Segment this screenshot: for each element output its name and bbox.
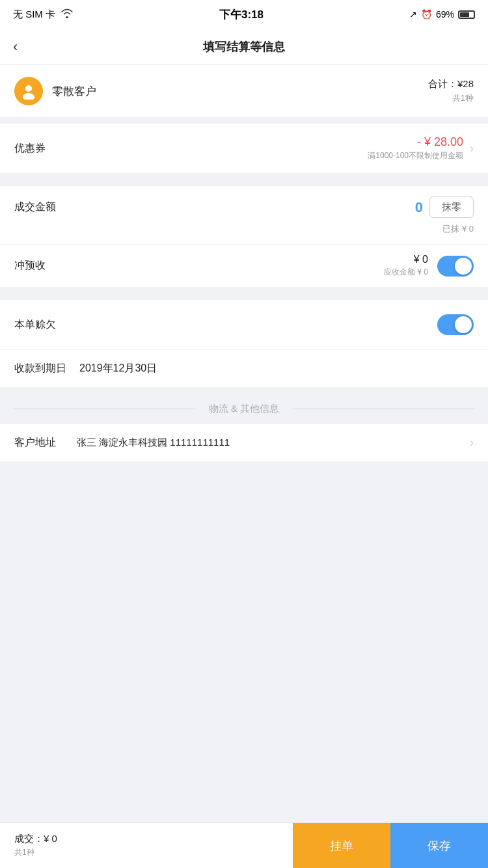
logistics-divider-right (292, 409, 475, 409)
battery-percent: 69% (436, 9, 454, 20)
pending-button[interactable]: 挂单 (293, 823, 390, 868)
coupon-amount: - ¥ 28.00 (368, 135, 463, 149)
customer-right: 合计：¥28 共1种 (428, 78, 474, 104)
avatar (14, 77, 43, 105)
chevron-right-icon: › (470, 142, 474, 156)
customer-section: 零散客户 合计：¥28 共1种 (0, 65, 488, 117)
debt-toggle[interactable] (437, 314, 474, 335)
debt-label: 本单赊欠 (14, 318, 66, 332)
debt-row: 本单赊欠 (0, 300, 488, 349)
transaction-amount-row: 成交金额 0 抹零 (0, 186, 488, 223)
prepay-right: ¥ 0 应收金额 ¥ 0 (384, 254, 474, 278)
prepay-label: 冲预收 (14, 259, 66, 273)
duedate-label: 收款到期日 (14, 362, 66, 375)
bottom-info: 成交：¥ 0 共1种 (0, 823, 293, 868)
logistics-divider-left (13, 409, 196, 409)
address-label: 客户地址 (14, 436, 66, 450)
transaction-value: 0 (415, 199, 423, 216)
bottom-deal-label: 成交： (14, 833, 44, 844)
save-button[interactable]: 保存 (390, 823, 488, 868)
nav-bar: ‹ 填写结算等信息 (0, 29, 488, 65)
transaction-section: 成交金额 0 抹零 已抹 ¥ 0 冲预收 ¥ 0 应收金额 ¥ 0 (0, 186, 488, 287)
page-title: 填写结算等信息 (203, 39, 285, 55)
coupon-row[interactable]: 优惠券 - ¥ 28.00 满1000-100不限制使用金额 › (0, 124, 488, 173)
customer-left: 零散客户 (14, 77, 96, 105)
already-rounded-text: 已抹 ¥ 0 (0, 223, 488, 244)
svg-point-1 (23, 93, 34, 100)
wifi-icon (61, 8, 74, 20)
prepay-sub-amount: 应收金额 ¥ 0 (384, 267, 428, 278)
round-button[interactable]: 抹零 (429, 197, 474, 218)
battery-icon (458, 10, 475, 19)
prepay-row: 冲预收 ¥ 0 应收金额 ¥ 0 (0, 244, 488, 287)
back-button[interactable]: ‹ (13, 40, 18, 54)
content-spacer (0, 468, 488, 598)
alarm-icon: ⏰ (421, 9, 432, 20)
coupon-description: 满1000-100不限制使用金额 (368, 150, 463, 161)
status-right: ↗ ⏰ 69% (409, 9, 475, 20)
section-divider-2 (0, 293, 488, 300)
customer-row: 零散客户 合计：¥28 共1种 (0, 65, 488, 117)
customer-name: 零散客户 (52, 84, 96, 99)
prepay-toggle[interactable] (437, 256, 474, 277)
status-time: 下午3:18 (219, 7, 264, 22)
logistics-label: 物流 & 其他信息 (209, 403, 279, 415)
transaction-label: 成交金额 (14, 200, 66, 214)
debt-section: 本单赊欠 收款到期日 2019年12月30日 (0, 300, 488, 387)
logistics-header: 物流 & 其他信息 (0, 394, 488, 424)
svg-point-0 (25, 85, 32, 92)
bottom-count: 共1种 (14, 847, 278, 858)
location-icon: ↗ (409, 9, 417, 20)
coupon-right: - ¥ 28.00 满1000-100不限制使用金额 › (368, 135, 474, 161)
address-section[interactable]: 客户地址 张三 海淀永丰科技园 11111111111 › (0, 424, 488, 461)
prepay-main-amount: ¥ 0 (384, 254, 428, 265)
address-value: 张三 海淀永丰科技园 11111111111 (77, 437, 470, 449)
prepay-amounts: ¥ 0 应收金额 ¥ 0 (384, 254, 428, 278)
section-divider-1 (0, 180, 488, 186)
address-chevron-icon: › (470, 436, 474, 450)
address-row[interactable]: 客户地址 张三 海淀永丰科技园 11111111111 › (0, 424, 488, 461)
status-left: 无 SIM 卡 (13, 8, 74, 21)
duedate-row: 收款到期日 2019年12月30日 (0, 349, 488, 387)
coupon-label: 优惠券 (14, 142, 66, 156)
coupon-section[interactable]: 优惠券 - ¥ 28.00 满1000-100不限制使用金额 › (0, 124, 488, 173)
bottom-deal-value: ¥ 0 (44, 833, 57, 844)
customer-count: 共1种 (428, 92, 474, 104)
bottom-deal-amount: 成交：¥ 0 (14, 833, 278, 845)
coupon-info: - ¥ 28.00 满1000-100不限制使用金额 (368, 135, 463, 161)
customer-total: 合计：¥28 (428, 78, 474, 90)
status-bar: 无 SIM 卡 下午3:18 ↗ ⏰ 69% (0, 0, 488, 29)
no-sim-text: 无 SIM 卡 (13, 8, 55, 21)
duedate-value: 2019年12月30日 (79, 362, 157, 375)
transaction-right: 0 抹零 (415, 197, 474, 218)
bottom-bar: 成交：¥ 0 共1种 挂单 保存 (0, 822, 488, 868)
